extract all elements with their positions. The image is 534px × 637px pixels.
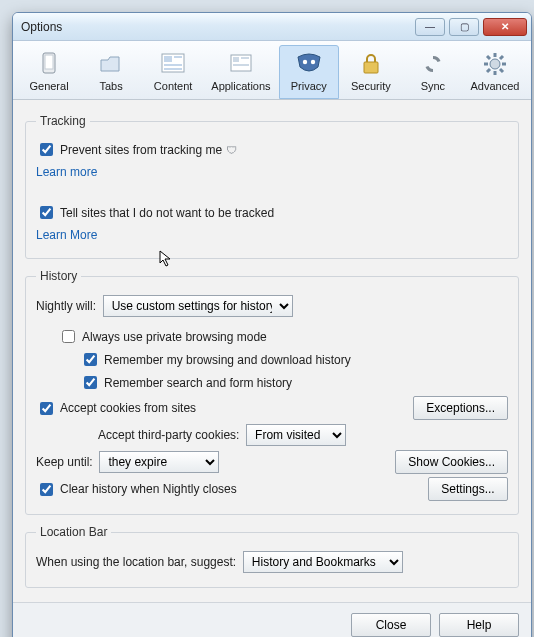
sync-icon bbox=[406, 50, 460, 78]
svg-line-21 bbox=[487, 69, 490, 72]
tab-applications[interactable]: Applications bbox=[205, 45, 277, 99]
settings-button[interactable]: Settings... bbox=[428, 477, 508, 501]
show-cookies-button[interactable]: Show Cookies... bbox=[395, 450, 508, 474]
location-bar-select[interactable]: History and Bookmarks bbox=[243, 551, 403, 573]
dnt-checkbox[interactable] bbox=[40, 206, 53, 219]
clear-history-label: Clear history when Nightly closes bbox=[60, 482, 237, 496]
svg-point-14 bbox=[490, 59, 500, 69]
applications-icon bbox=[208, 50, 274, 78]
svg-line-20 bbox=[500, 69, 503, 72]
keep-until-label: Keep until: bbox=[36, 455, 93, 469]
dialog-footer: Close Help bbox=[13, 602, 531, 637]
prevent-tracking-label: Prevent sites from tracking me🛡 bbox=[60, 143, 237, 157]
keep-until-select[interactable]: they expire bbox=[99, 451, 219, 473]
remember-search-checkbox[interactable] bbox=[84, 376, 97, 389]
svg-rect-10 bbox=[233, 64, 249, 66]
content-icon bbox=[146, 50, 200, 78]
svg-rect-6 bbox=[164, 68, 182, 70]
shield-icon: 🛡 bbox=[226, 144, 237, 156]
private-browsing-label: Always use private browsing mode bbox=[82, 330, 267, 344]
third-party-label: Accept third-party cookies: bbox=[98, 428, 239, 442]
learn-more-link-2[interactable]: Learn More bbox=[36, 228, 97, 242]
location-legend: Location Bar bbox=[36, 525, 111, 539]
window-title: Options bbox=[21, 20, 62, 34]
phone-icon bbox=[22, 50, 76, 78]
remember-search-label: Remember search and form history bbox=[104, 376, 292, 390]
clear-history-checkbox[interactable] bbox=[40, 483, 53, 496]
location-bar-label: When using the location bar, suggest: bbox=[36, 555, 236, 569]
help-button[interactable]: Help bbox=[439, 613, 519, 637]
dnt-label: Tell sites that I do not want to be trac… bbox=[60, 206, 274, 220]
close-window-button[interactable]: ✕ bbox=[483, 18, 527, 36]
tab-sync[interactable]: Sync bbox=[403, 45, 463, 99]
panel-body: Tracking Prevent sites from tracking me🛡… bbox=[13, 100, 531, 602]
mask-icon bbox=[282, 50, 336, 78]
tracking-group: Tracking Prevent sites from tracking me🛡… bbox=[25, 114, 519, 259]
history-group: History Nightly will: Use custom setting… bbox=[25, 269, 519, 515]
learn-more-link-1[interactable]: Learn more bbox=[36, 165, 97, 179]
svg-rect-1 bbox=[45, 55, 53, 69]
minimize-button[interactable]: — bbox=[415, 18, 445, 36]
tab-security[interactable]: Security bbox=[341, 45, 401, 99]
svg-rect-4 bbox=[174, 56, 182, 58]
svg-rect-9 bbox=[241, 57, 249, 59]
tab-content[interactable]: Content bbox=[143, 45, 203, 99]
options-window: Options — ▢ ✕ General Tabs Content Appli… bbox=[12, 12, 532, 637]
maximize-button[interactable]: ▢ bbox=[449, 18, 479, 36]
third-party-select[interactable]: From visited bbox=[246, 424, 346, 446]
accept-cookies-label: Accept cookies from sites bbox=[60, 401, 196, 415]
prevent-tracking-checkbox[interactable] bbox=[40, 143, 53, 156]
svg-rect-5 bbox=[164, 64, 182, 66]
lock-icon bbox=[344, 50, 398, 78]
folder-icon bbox=[84, 50, 138, 78]
svg-rect-3 bbox=[164, 56, 172, 62]
tab-advanced[interactable]: Advanced bbox=[465, 45, 525, 99]
gear-icon bbox=[468, 50, 522, 78]
accept-cookies-checkbox[interactable] bbox=[40, 402, 53, 415]
svg-point-11 bbox=[303, 60, 307, 64]
close-button[interactable]: Close bbox=[351, 613, 431, 637]
remember-browsing-checkbox[interactable] bbox=[84, 353, 97, 366]
tab-tabs[interactable]: Tabs bbox=[81, 45, 141, 99]
history-mode-select[interactable]: Use custom settings for history bbox=[103, 295, 293, 317]
tab-privacy[interactable]: Privacy bbox=[279, 45, 339, 99]
svg-rect-8 bbox=[233, 57, 239, 62]
svg-point-12 bbox=[311, 60, 315, 64]
titlebar: Options — ▢ ✕ bbox=[13, 13, 531, 41]
remember-browsing-label: Remember my browsing and download histor… bbox=[104, 353, 351, 367]
private-browsing-checkbox[interactable] bbox=[62, 330, 75, 343]
svg-rect-13 bbox=[364, 62, 378, 73]
tab-general[interactable]: General bbox=[19, 45, 79, 99]
exceptions-button[interactable]: Exceptions... bbox=[413, 396, 508, 420]
location-bar-group: Location Bar When using the location bar… bbox=[25, 525, 519, 588]
category-toolbar: General Tabs Content Applications Privac… bbox=[13, 41, 531, 100]
history-legend: History bbox=[36, 269, 81, 283]
svg-line-22 bbox=[500, 56, 503, 59]
svg-line-19 bbox=[487, 56, 490, 59]
tracking-legend: Tracking bbox=[36, 114, 90, 128]
nightly-will-label: Nightly will: bbox=[36, 299, 96, 313]
